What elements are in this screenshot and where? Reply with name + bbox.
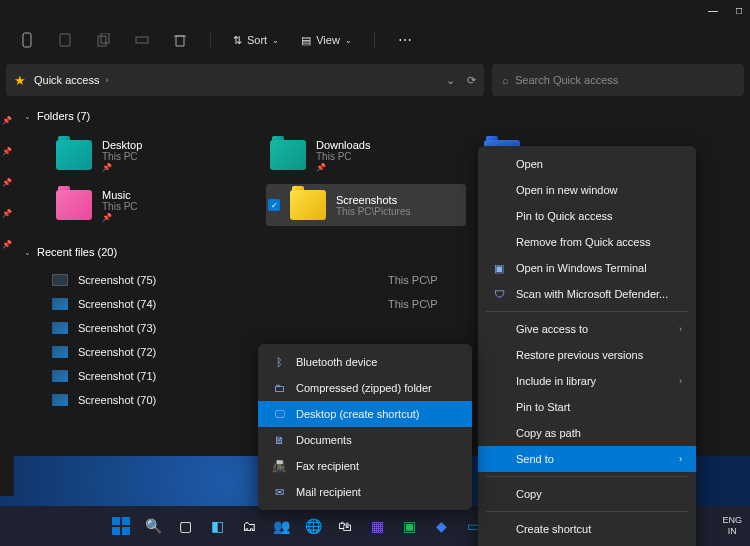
menu-item[interactable]: Remove from Quick access xyxy=(478,229,696,255)
chevron-down-icon[interactable]: ⌄ xyxy=(446,74,455,87)
menu-item[interactable]: Create shortcut xyxy=(478,516,696,542)
menu-separator xyxy=(486,476,688,477)
menu-label: Desktop (create shortcut) xyxy=(296,408,420,420)
menu-icon: 🛡 xyxy=(492,288,506,300)
folder-item[interactable]: DesktopThis PC📌 xyxy=(52,134,252,176)
svg-rect-3 xyxy=(101,33,109,43)
svg-rect-4 xyxy=(136,37,148,43)
new-icon[interactable] xyxy=(20,32,36,48)
widgets-icon[interactable]: ◧ xyxy=(204,513,230,539)
menu-label: Scan with Microsoft Defender... xyxy=(516,288,668,300)
folder-location: This PC\Pictures xyxy=(336,206,410,217)
folder-item[interactable]: DownloadsThis PC📌 xyxy=(266,134,466,176)
breadcrumb[interactable]: ★ Quick access › ⌄ ⟳ xyxy=(6,64,484,96)
menu-item[interactable]: Open in new window xyxy=(478,177,696,203)
pin-icon[interactable]: 📌 xyxy=(2,178,12,187)
search-icon[interactable]: 🔍 xyxy=(140,513,166,539)
app-icon[interactable]: ▣ xyxy=(396,513,422,539)
star-icon: ★ xyxy=(14,73,26,88)
file-name: Screenshot (73) xyxy=(78,322,388,334)
image-icon xyxy=(52,274,68,286)
folder-name: Downloads xyxy=(316,139,370,151)
menu-item[interactable]: Copy xyxy=(478,481,696,507)
sort-button[interactable]: ⇅Sort⌄ xyxy=(233,34,279,47)
menu-icon: ✉ xyxy=(272,486,286,499)
edge-icon[interactable]: 🌐 xyxy=(300,513,326,539)
menu-label: Send to xyxy=(516,453,554,465)
menu-icon: 📠 xyxy=(272,460,286,473)
menu-item[interactable]: Copy as path xyxy=(478,420,696,446)
store-icon[interactable]: 🛍 xyxy=(332,513,358,539)
pin-icon[interactable]: 📌 xyxy=(2,116,12,125)
chevron-right-icon: › xyxy=(105,75,108,85)
folder-item[interactable]: MusicThis PC📌 xyxy=(52,184,252,226)
menu-item[interactable]: Include in library› xyxy=(478,368,696,394)
copy-icon[interactable] xyxy=(96,32,112,48)
view-button[interactable]: ▤View⌄ xyxy=(301,34,352,47)
menu-item[interactable]: 🗀Compressed (zipped) folder xyxy=(258,375,472,401)
folder-icon xyxy=(56,140,92,170)
pin-icon[interactable]: 📌 xyxy=(2,147,12,156)
app-icon[interactable]: ▦ xyxy=(364,513,390,539)
minimize-button[interactable]: — xyxy=(708,5,718,16)
menu-icon: ▣ xyxy=(492,262,506,275)
file-name: Screenshot (74) xyxy=(78,298,388,310)
pin-icon[interactable]: 📌 xyxy=(2,240,12,249)
folder-icon xyxy=(270,140,306,170)
menu-item[interactable]: 🖵Desktop (create shortcut) xyxy=(258,401,472,427)
file-name: Screenshot (75) xyxy=(78,274,388,286)
pin-icon[interactable]: 📌 xyxy=(2,209,12,218)
menu-label: Give access to xyxy=(516,323,588,335)
more-icon[interactable]: ⋯ xyxy=(397,32,413,48)
image-icon xyxy=(52,394,68,406)
menu-label: Restore previous versions xyxy=(516,349,643,361)
explorer-icon[interactable]: 🗂 xyxy=(236,513,262,539)
menu-item[interactable]: ▣Open in Windows Terminal xyxy=(478,255,696,281)
menu-icon: 🗀 xyxy=(272,382,286,394)
teams-icon[interactable]: 👥 xyxy=(268,513,294,539)
folder-item[interactable]: ✓ScreenshotsThis PC\Pictures xyxy=(266,184,466,226)
file-path: This PC\P xyxy=(388,274,438,286)
pin-icon: 📌 xyxy=(316,163,370,172)
image-icon xyxy=(52,346,68,358)
menu-item[interactable]: Pin to Quick access xyxy=(478,203,696,229)
menu-item[interactable]: 🗎Documents xyxy=(258,427,472,453)
menu-label: Fax recipient xyxy=(296,460,359,472)
refresh-icon[interactable]: ⟳ xyxy=(467,74,476,87)
menu-label: Mail recipient xyxy=(296,486,361,498)
folders-section-header[interactable]: ⌄ Folders (7) xyxy=(24,104,750,128)
start-button[interactable] xyxy=(108,513,134,539)
menu-item[interactable]: Open xyxy=(478,151,696,177)
chevron-right-icon: › xyxy=(679,376,682,386)
search-input[interactable]: ⌕ Search Quick access xyxy=(492,64,744,96)
menu-label: Copy xyxy=(516,488,542,500)
cut-icon[interactable] xyxy=(58,32,74,48)
app-icon[interactable]: ◆ xyxy=(428,513,454,539)
chevron-down-icon: ⌄ xyxy=(24,112,31,121)
image-icon xyxy=(52,322,68,334)
menu-item[interactable]: Pin to Start xyxy=(478,394,696,420)
menu-separator xyxy=(486,311,688,312)
chevron-right-icon: › xyxy=(679,454,682,464)
address-bar: ★ Quick access › ⌄ ⟳ ⌕ Search Quick acce… xyxy=(0,64,750,96)
menu-item[interactable]: Send to› xyxy=(478,446,696,472)
menu-label: Compressed (zipped) folder xyxy=(296,382,432,394)
folder-name: Music xyxy=(102,189,138,201)
folder-location: This PC xyxy=(102,201,138,212)
svg-rect-6 xyxy=(122,517,130,525)
menu-item[interactable]: Give access to› xyxy=(478,316,696,342)
menu-item[interactable]: Restore previous versions xyxy=(478,342,696,368)
language-indicator[interactable]: ENGIN xyxy=(722,515,742,537)
menu-item[interactable]: 📠Fax recipient xyxy=(258,453,472,479)
image-icon xyxy=(52,298,68,310)
menu-item[interactable]: ᛒBluetooth device xyxy=(258,349,472,375)
task-view-icon[interactable]: ▢ xyxy=(172,513,198,539)
context-submenu: ᛒBluetooth device🗀Compressed (zipped) fo… xyxy=(258,344,472,510)
rename-icon[interactable] xyxy=(134,32,150,48)
nav-sidebar: 📌 📌 📌 📌 📌 xyxy=(0,96,14,496)
menu-item[interactable]: ✉Mail recipient xyxy=(258,479,472,505)
menu-item[interactable]: 🛡Scan with Microsoft Defender... xyxy=(478,281,696,307)
svg-rect-7 xyxy=(112,527,120,535)
delete-icon[interactable] xyxy=(172,32,188,48)
maximize-button[interactable]: □ xyxy=(736,5,742,16)
